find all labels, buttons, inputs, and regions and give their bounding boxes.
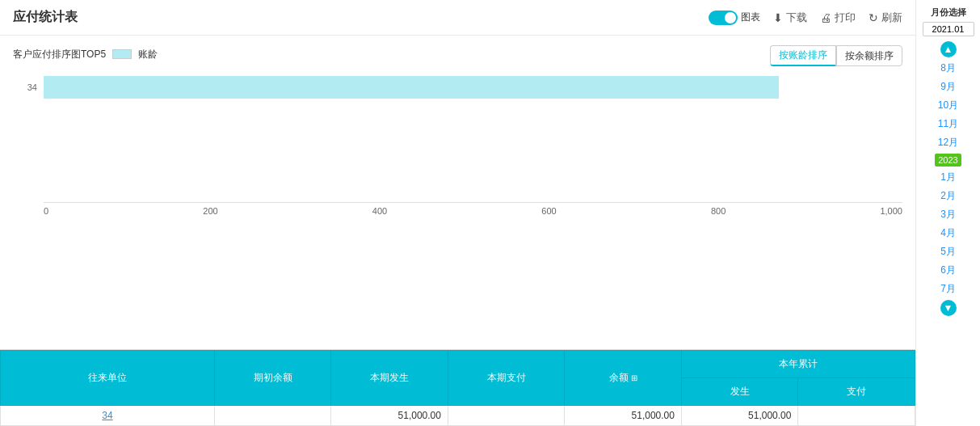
table-row: 34 51,000.00 51,000.00 51,000.00 (1, 406, 915, 426)
bar-container: 856天 (44, 76, 902, 99)
header-actions: 图表 ⬇ 下载 🖨 打印 ↻ 刷新 (709, 11, 902, 25)
month-item[interactable]: 12月 (916, 133, 980, 152)
month-item[interactable]: 3月 (916, 205, 980, 224)
x-tick-400: 400 (372, 206, 387, 216)
month-item[interactable]: 1月 (916, 168, 980, 187)
sidebar-title: 月份选择 (931, 6, 966, 19)
header: 应付统计表 图表 ⬇ 下载 🖨 打印 ↻ 刷新 (0, 0, 915, 36)
chart-toggle-wrap: 图表 (709, 11, 760, 25)
bar-row-label: 34 (13, 82, 37, 92)
month-item[interactable]: 6月 (916, 261, 980, 280)
th-ytd-occur: 发生 (681, 378, 798, 406)
x-tick-200: 200 (203, 206, 217, 216)
month-item[interactable]: 11月 (916, 115, 980, 133)
cell-ytd-pay (798, 406, 915, 426)
cell-current-pay (448, 406, 565, 426)
x-tick-600: 600 (541, 206, 556, 216)
th-ytd-pay: 支付 (798, 378, 915, 406)
print-label: 打印 (835, 11, 856, 25)
th-balance: 余额 ⊞ (565, 351, 682, 406)
sidebar-year-input[interactable] (923, 22, 974, 36)
month-item[interactable]: 2月 (916, 187, 980, 205)
year-badge: 2023 (935, 154, 961, 167)
th-current-pay: 本期支付 (448, 351, 565, 406)
chart-controls: 按账龄排序 按余额排序 (770, 45, 902, 66)
th-unit: 往来单位 (1, 351, 215, 406)
balance-icon: ⊞ (631, 373, 637, 382)
table-header-row-1: 往来单位 期初余额 本期发生 本期支付 余额 ⊞ 本年累计 (1, 351, 915, 378)
th-opening: 期初余额 (214, 351, 331, 406)
bar-row: 34 856天 (13, 76, 902, 99)
download-button[interactable]: ⬇ 下载 (773, 11, 807, 25)
cell-current-occur: 51,000.00 (331, 406, 448, 426)
month-list: 8月9月10月11月12月20231月2月3月4月5月6月7月 (916, 59, 980, 298)
chart-toggle[interactable] (709, 11, 738, 25)
bar-chart: 34 856天 0 200 400 600 800 1,000 (13, 76, 902, 254)
x-tick-1000: 1,000 (880, 206, 902, 216)
sidebar: 月份选择 ▲ 8月9月10月11月12月20231月2月3月4月5月6月7月 ▼ (915, 0, 980, 426)
cell-unit[interactable]: 34 (1, 406, 215, 426)
download-label: 下载 (786, 11, 807, 25)
cell-opening (214, 406, 331, 426)
legend-chart-label: 客户应付排序图TOP5 (13, 48, 106, 61)
page-title: 应付统计表 (13, 9, 78, 26)
month-item[interactable]: 8月 (916, 59, 980, 78)
table-section: 往来单位 期初余额 本期发生 本期支付 余额 ⊞ 本年累计 发生 支付 34 (0, 349, 915, 426)
print-icon: 🖨 (820, 11, 831, 24)
cell-balance: 51,000.00 (565, 406, 682, 426)
x-axis: 0 200 400 600 800 1,000 (13, 206, 902, 216)
print-button[interactable]: 🖨 打印 (820, 11, 856, 25)
th-current-occur: 本期发生 (331, 351, 448, 406)
month-item[interactable]: 4月 (916, 224, 980, 243)
refresh-label: 刷新 (881, 11, 902, 25)
cell-ytd-occur: 51,000.00 (681, 406, 798, 426)
download-icon: ⬇ (773, 11, 783, 24)
month-item[interactable]: 5月 (916, 243, 980, 261)
month-item[interactable]: 7月 (916, 280, 980, 298)
month-item[interactable]: 9月 (916, 78, 980, 96)
refresh-icon: ↻ (869, 11, 878, 24)
x-tick-0: 0 (44, 206, 48, 216)
month-item[interactable]: 10月 (916, 96, 980, 115)
legend-box-label: 账龄 (138, 48, 158, 61)
x-axis-line (44, 202, 902, 203)
sort-by-amount-button[interactable]: 按账龄排序 (770, 45, 836, 66)
bar-fill (44, 76, 779, 99)
balance-label: 余额 (609, 372, 629, 383)
x-tick-800: 800 (711, 206, 726, 216)
data-table: 往来单位 期初余额 本期发生 本期支付 余额 ⊞ 本年累计 发生 支付 34 (0, 350, 915, 426)
sidebar-nav-up[interactable]: ▲ (940, 41, 957, 57)
th-ytd: 本年累计 (681, 351, 915, 378)
toggle-label: 图表 (741, 11, 760, 24)
sort-by-balance-button[interactable]: 按余额排序 (836, 45, 902, 66)
refresh-button[interactable]: ↻ 刷新 (869, 11, 902, 25)
legend-box (112, 49, 132, 59)
chart-legend: 客户应付排序图TOP5 账龄 (13, 48, 158, 61)
chart-section: 客户应付排序图TOP5 账龄 按账龄排序 按余额排序 34 856天 (0, 36, 915, 349)
sidebar-nav-down[interactable]: ▼ (940, 300, 957, 316)
